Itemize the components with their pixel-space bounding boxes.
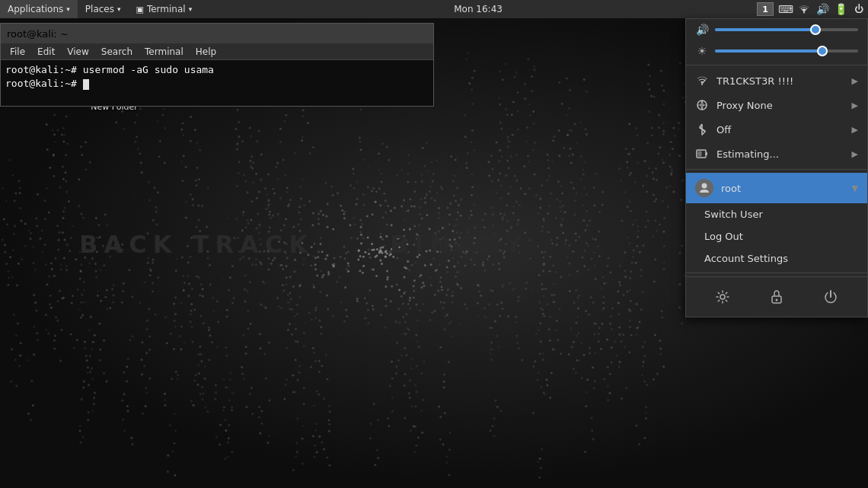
places-label: Places xyxy=(85,4,114,14)
terminal-menu-terminal[interactable]: Terminal xyxy=(139,46,190,57)
volume-icon: 🔊 xyxy=(695,24,709,36)
switch-user-label: Switch User xyxy=(704,209,763,220)
bluetooth-menu-item[interactable]: Off ▶ xyxy=(686,117,867,142)
terminal-prompt-1: root@kali:~# usermod -aG sudo usama xyxy=(5,64,214,75)
user-avatar xyxy=(695,179,713,197)
volume-thumb xyxy=(810,24,821,35)
terminal-arrow-icon: ▾ xyxy=(189,5,193,13)
account-settings-item[interactable]: Account Settings xyxy=(686,247,867,270)
logout-label: Log Out xyxy=(704,231,743,242)
brightness-thumb xyxy=(817,46,828,56)
bluetooth-arrow: ▶ xyxy=(852,125,858,135)
wifi-icon xyxy=(695,74,709,88)
bluetooth-icon xyxy=(695,123,709,136)
bottom-section xyxy=(686,276,867,317)
terminal-line-2: root@kali:~# xyxy=(5,77,429,91)
battery-arrow: ▶ xyxy=(852,149,858,159)
terminal-menu[interactable]: ▣ Terminal ▾ xyxy=(129,0,200,18)
svg-point-9 xyxy=(775,299,777,301)
terminal-titlebar: root@kali: ~ xyxy=(1,24,433,43)
datetime-display: Mon 16:43 xyxy=(454,4,503,14)
lock-button[interactable] xyxy=(764,285,789,309)
battery-menu-item[interactable]: Estimating... ▶ xyxy=(686,142,867,166)
volume-fill xyxy=(715,28,815,31)
svg-point-1 xyxy=(701,84,703,85)
places-arrow-icon: ▾ xyxy=(117,5,121,13)
terminal-menu-edit[interactable]: Edit xyxy=(31,46,61,57)
terminal-title: root@kali: ~ xyxy=(7,28,69,40)
divider-2 xyxy=(686,169,867,170)
terminal-content[interactable]: root@kali:~# usermod -aG sudo usama root… xyxy=(1,60,433,106)
applications-arrow-icon: ▾ xyxy=(66,5,70,13)
keyboard-icon[interactable]: ⌨ xyxy=(777,0,795,18)
system-menu-icon[interactable]: ⏻ xyxy=(850,0,868,18)
divider-3 xyxy=(686,273,867,273)
panel-right: 1 ⌨ 🔊 🔋 ⏻ xyxy=(757,0,868,18)
terminal-label: Terminal xyxy=(147,4,186,14)
proxy-arrow: ▶ xyxy=(852,100,858,110)
proxy-menu-item[interactable]: Proxy None ▶ xyxy=(686,93,867,117)
terminal-menubar: File Edit View Search Terminal Help xyxy=(1,43,433,60)
battery-label: Estimating... xyxy=(716,148,844,160)
terminal-menu-help[interactable]: Help xyxy=(190,46,222,57)
volume-slider-row: 🔊 xyxy=(686,19,867,40)
switch-user-item[interactable]: Switch User xyxy=(686,203,867,225)
places-menu[interactable]: Places ▾ xyxy=(78,0,129,18)
brightness-slider-row: ☀ xyxy=(686,40,867,62)
terminal-menu-view[interactable]: View xyxy=(61,46,94,57)
brightness-icon: ☀ xyxy=(695,45,709,57)
wifi-label: TR1CKST3R !!!! xyxy=(716,75,844,87)
wifi-menu-item[interactable]: TR1CKST3R !!!! ▶ xyxy=(686,69,867,93)
terminal-window: root@kali: ~ File Edit View Search Termi… xyxy=(0,23,434,107)
power-button[interactable] xyxy=(819,285,843,309)
battery-icon xyxy=(695,147,709,161)
applications-menu[interactable]: Applications ▾ xyxy=(0,0,78,18)
user-label: root xyxy=(721,183,844,194)
terminal-menu-file[interactable]: File xyxy=(4,46,31,57)
wifi-arrow: ▶ xyxy=(852,76,858,86)
proxy-icon xyxy=(695,98,709,112)
user-arrow: ▼ xyxy=(852,183,858,193)
panel-clock: Mon 16:43 xyxy=(199,4,757,14)
terminal-line-1: root@kali:~# usermod -aG sudo usama xyxy=(5,63,429,77)
svg-point-0 xyxy=(803,12,805,14)
volume-slider[interactable] xyxy=(715,28,858,31)
workspace-number: 1 xyxy=(762,5,768,14)
workspace-indicator[interactable]: 1 xyxy=(757,2,774,16)
svg-point-6 xyxy=(702,183,707,189)
proxy-label: Proxy None xyxy=(716,100,844,111)
terminal-prompt-2: root@kali:~# xyxy=(5,78,83,89)
top-panel: Applications ▾ Places ▾ ▣ Terminal ▾ Mon… xyxy=(0,0,868,18)
settings-button[interactable] xyxy=(710,285,735,309)
terminal-menu-search[interactable]: Search xyxy=(95,46,139,57)
terminal-icon: ▣ xyxy=(136,5,144,14)
brightness-fill xyxy=(715,49,822,53)
svg-rect-4 xyxy=(706,152,707,155)
battery-status-icon[interactable]: 🔋 xyxy=(831,0,850,18)
svg-rect-5 xyxy=(698,152,702,157)
divider-1 xyxy=(686,65,867,65)
system-menu-dropdown: 🔊 ☀ TR1CKST3R !!!! ▶ xyxy=(685,18,868,317)
panel-left: Applications ▾ Places ▾ ▣ Terminal ▾ xyxy=(0,0,199,18)
bluetooth-label: Off xyxy=(716,124,844,136)
volume-status-icon[interactable]: 🔊 xyxy=(813,0,831,18)
logout-item[interactable]: Log Out xyxy=(686,225,867,247)
wifi-status-icon[interactable] xyxy=(795,0,813,18)
brightness-slider[interactable] xyxy=(715,49,858,53)
applications-label: Applications xyxy=(8,4,63,14)
svg-point-7 xyxy=(720,295,725,299)
terminal-cursor xyxy=(83,79,89,90)
account-settings-label: Account Settings xyxy=(704,253,788,264)
user-menu-item[interactable]: root ▼ xyxy=(686,173,867,203)
